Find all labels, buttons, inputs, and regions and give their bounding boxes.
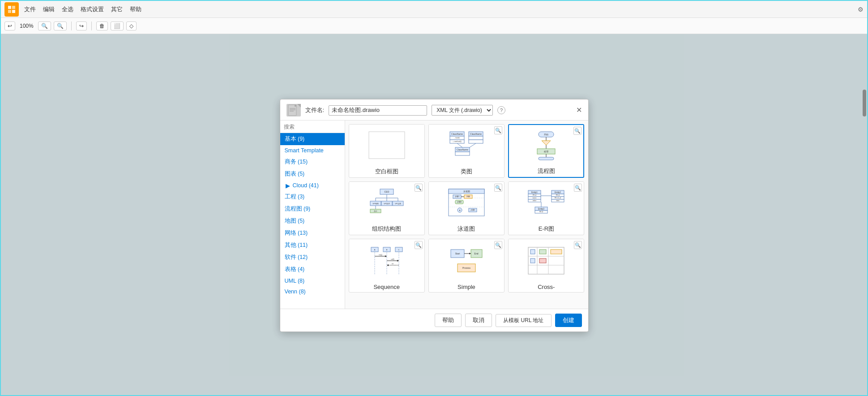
- cloud-play-icon: ▶: [285, 182, 291, 189]
- filetype-help-icon[interactable]: ?: [497, 106, 505, 114]
- svg-marker-5: [295, 105, 296, 107]
- template-class[interactable]: 🔍 ClassName - field1 + method(): [428, 124, 505, 178]
- svg-rect-33: [539, 157, 554, 160]
- filetype-select[interactable]: XML 文件 (.drawio) PNG 文件 (.png) SVG 文件 (.…: [432, 105, 493, 116]
- magnify-er-icon[interactable]: 🔍: [574, 184, 582, 192]
- category-item-engineering[interactable]: 工程 (3): [280, 191, 345, 203]
- svg-marker-98: [385, 255, 387, 257]
- template-flowchart[interactable]: 🔍 开始 处理: [508, 124, 584, 178]
- category-item-cloud[interactable]: ▶ Cloud (41): [280, 180, 345, 191]
- template-cross[interactable]: 🔍: [508, 239, 584, 293]
- template-class-preview: 🔍 ClassName - field1 + method(): [429, 125, 504, 166]
- category-item-venn[interactable]: Venn (8): [280, 286, 345, 297]
- svg-text:ClassName: ClassName: [470, 133, 482, 135]
- magnify-cross-icon[interactable]: 🔍: [574, 241, 582, 249]
- magnify-flowchart-icon[interactable]: 🔍: [573, 127, 582, 135]
- category-item-uml[interactable]: UML (8): [280, 275, 345, 286]
- menu-format[interactable]: 格式设置: [81, 5, 104, 13]
- template-swimlane[interactable]: 🔍 泳道图 步骤1: [428, 181, 505, 235]
- menu-file[interactable]: 文件: [24, 5, 36, 13]
- toolbar-zoom-out[interactable]: 🔍: [54, 22, 67, 30]
- category-item-table[interactable]: 表格 (4): [280, 263, 345, 275]
- svg-text:B: B: [386, 249, 387, 251]
- svg-text:ret: ret: [392, 263, 393, 265]
- svg-text:call(): call(): [391, 258, 394, 260]
- toolbar-zoom-in[interactable]: 🔍: [38, 22, 51, 30]
- template-cross-preview: 🔍: [509, 239, 584, 282]
- template-cross-label: Cross-: [537, 282, 556, 292]
- magnify-simple-icon[interactable]: 🔍: [494, 241, 502, 249]
- template-swimlane-label: 泳道图: [457, 223, 476, 235]
- category-item-other[interactable]: 其他 (11): [280, 239, 345, 251]
- svg-rect-120: [539, 250, 546, 254]
- svg-text:VP技术: VP技术: [384, 202, 389, 205]
- toolbar-sep-1: [71, 22, 72, 30]
- template-blank-label: 空白框图: [374, 166, 399, 177]
- svg-line-23: [457, 143, 462, 147]
- category-item-map[interactable]: 地图 (5): [280, 215, 345, 227]
- category-label-map: 地图 (5): [285, 217, 305, 225]
- template-org[interactable]: 🔍 CEO: [349, 181, 425, 235]
- help-button[interactable]: 帮助: [435, 314, 462, 327]
- search-input[interactable]: [284, 124, 345, 130]
- magnify-class-icon[interactable]: 🔍: [494, 126, 502, 134]
- svg-text:End: End: [475, 252, 479, 255]
- template-blank-preview: [349, 125, 424, 166]
- svg-rect-122: [530, 258, 535, 263]
- category-item-flowchart[interactable]: 流程图 (9): [280, 203, 345, 215]
- category-item-chart[interactable]: 图表 (5): [280, 168, 345, 180]
- svg-text:开始: 开始: [544, 133, 548, 136]
- dialog-footer: 帮助 取消 从模板 URL 地址 创建: [280, 309, 588, 331]
- category-label-cloud: Cloud (41): [293, 182, 319, 189]
- magnify-org-icon[interactable]: 🔍: [415, 184, 423, 192]
- svg-rect-1: [12, 6, 15, 9]
- filename-input[interactable]: [329, 105, 427, 116]
- svg-text:处理: 处理: [544, 150, 548, 153]
- menu-edit[interactable]: 编辑: [43, 5, 55, 13]
- category-item-business[interactable]: 商务 (15): [280, 156, 345, 168]
- svg-rect-21: [455, 152, 470, 155]
- category-list: 基本 (9) Smart Template 商务 (15) 图表 (5) ▶: [280, 133, 345, 309]
- svg-text:Entity1: Entity1: [531, 191, 538, 194]
- svg-rect-119: [530, 250, 535, 254]
- menu-help[interactable]: 帮助: [130, 5, 141, 13]
- svg-text:VP运营: VP运营: [395, 202, 401, 205]
- dialog-titlebar: 文件名: XML 文件 (.drawio) PNG 文件 (.png) SVG …: [280, 99, 588, 121]
- menu-other[interactable]: 其它: [111, 5, 123, 13]
- category-item-network[interactable]: 网络 (13): [280, 227, 345, 239]
- category-item-software[interactable]: 软件 (12): [280, 251, 345, 263]
- template-er-preview: 🔍 Entity1 PK id name value: [509, 182, 584, 223]
- template-sequence[interactable]: 🔍 A B C: [349, 239, 425, 293]
- svg-text:C: C: [398, 249, 399, 251]
- category-item-smart[interactable]: Smart Template: [280, 145, 345, 156]
- svg-text:步骤1: 步骤1: [455, 195, 460, 198]
- svg-rect-123: [539, 258, 546, 263]
- settings-icon[interactable]: ⚙: [858, 6, 864, 13]
- toolbar-shape[interactable]: ◇: [126, 22, 137, 30]
- category-item-basic[interactable]: 基本 (9): [280, 133, 345, 145]
- svg-text:- field1: - field1: [454, 137, 460, 139]
- toolbar-delete[interactable]: 🗑: [96, 22, 108, 30]
- top-bar: 文件 编辑 全选 格式设置 其它 帮助 ⚙: [1, 1, 867, 18]
- toolbar-rect[interactable]: ⬜: [111, 22, 124, 30]
- magnify-sequence-icon[interactable]: 🔍: [415, 241, 423, 249]
- svg-marker-28: [542, 141, 551, 145]
- template-simple[interactable]: 🔍 Start End Process: [428, 239, 505, 293]
- magnify-swimlane-icon[interactable]: 🔍: [494, 184, 502, 192]
- dialog-close-button[interactable]: ✕: [576, 107, 582, 114]
- category-label-business: 商务 (15): [285, 158, 308, 166]
- toolbar-redo[interactable]: ↪: [76, 22, 87, 30]
- svg-rect-121: [551, 250, 562, 254]
- create-button[interactable]: 创建: [555, 314, 582, 327]
- template-blank[interactable]: 空白框图: [349, 124, 425, 178]
- svg-text:req(): req(): [379, 254, 382, 256]
- category-label-flowchart: 流程图 (9): [285, 205, 311, 213]
- url-button[interactable]: 从模板 URL 地址: [496, 314, 551, 327]
- svg-text:name: name: [533, 197, 537, 199]
- category-label-venn: Venn (8): [285, 288, 306, 295]
- cancel-button[interactable]: 取消: [465, 314, 492, 327]
- toolbar-undo[interactable]: ↩: [4, 22, 15, 30]
- svg-text:+ method(): + method(): [453, 140, 462, 142]
- menu-selectall[interactable]: 全选: [62, 5, 73, 13]
- template-er[interactable]: 🔍 Entity1 PK id name value: [508, 181, 584, 235]
